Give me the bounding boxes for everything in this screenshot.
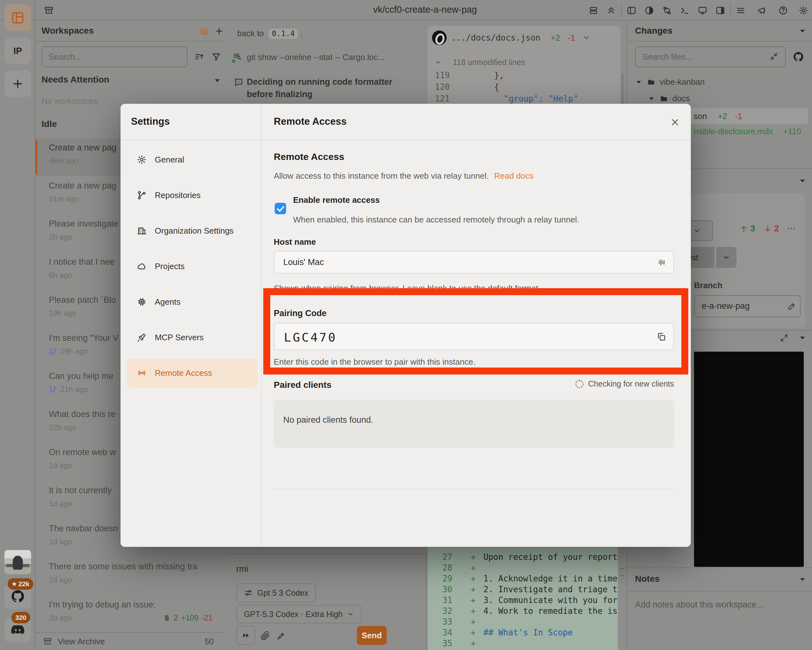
avatar[interactable] — [5, 550, 31, 574]
collapse-icon[interactable] — [769, 52, 779, 61]
needs-attention-header[interactable]: Needs Attention — [41, 75, 110, 85]
monitor-icon[interactable] — [698, 6, 707, 15]
settings-nav-mcp-servers[interactable]: MCP Servers — [127, 323, 257, 352]
file-search-input[interactable] — [635, 46, 786, 67]
expand-icon[interactable] — [780, 334, 788, 342]
view-archive-row[interactable]: View Archive 50 — [35, 633, 225, 650]
settings-nav-general[interactable]: General — [127, 145, 257, 174]
close-icon[interactable] — [670, 117, 680, 127]
workspace-search-input[interactable] — [41, 46, 188, 67]
profile-button[interactable]: IP — [5, 37, 31, 64]
pairing-code-field[interactable]: LGC470 — [274, 323, 674, 350]
copy-icon[interactable] — [656, 332, 666, 342]
no-workspaces-text: No workspaces — [41, 96, 98, 106]
chevron-down-icon[interactable] — [798, 334, 807, 342]
edit-pencil-icon[interactable] — [787, 302, 796, 311]
agent-chip[interactable]: Gpt 5 3 Codex — [236, 583, 316, 603]
diff-added-line: 28+ — [427, 563, 618, 574]
minimap-mark — [620, 575, 624, 576]
filter-icon[interactable] — [211, 52, 221, 62]
help-icon[interactable] — [778, 6, 788, 15]
enable-remote-access-checkbox[interactable] — [275, 203, 286, 214]
host-name-field[interactable] — [274, 251, 674, 274]
divider — [426, 554, 427, 650]
highlighter-icon[interactable] — [276, 631, 286, 641]
tree-row-mdx-file[interactable]: nsible-disclosure.mdx +110 — [694, 127, 801, 136]
arrow-up-icon — [740, 225, 748, 233]
chevron-down-icon[interactable] — [213, 76, 221, 85]
settings-nav-repositories[interactable]: Repositories — [127, 180, 257, 210]
changes-header[interactable]: Changes — [627, 21, 812, 41]
theme-contrast-icon[interactable] — [644, 6, 654, 15]
rows-layout-icon[interactable] — [589, 6, 598, 15]
settings-nav-projects[interactable]: Projects — [127, 252, 257, 281]
notes-placeholder[interactable]: Add notes about this workspace... — [635, 600, 763, 610]
settings-nav-agents[interactable]: Agents — [127, 287, 257, 317]
workspace-view-button[interactable] — [5, 5, 31, 31]
attach-icon[interactable] — [261, 631, 270, 641]
fast-forward-button[interactable] — [236, 626, 255, 645]
chevron-down-icon[interactable] — [582, 34, 591, 42]
more-actions-button[interactable]: … — [786, 220, 797, 231]
sort-icon[interactable] — [194, 52, 204, 62]
file-icon — [163, 614, 171, 622]
chevron-down-icon — [635, 78, 643, 86]
settings-nav-remote-access[interactable]: Remote Access — [127, 358, 257, 387]
panel-right-icon[interactable] — [716, 6, 725, 15]
workspace-item[interactable]: There are some issues with missing tra1d… — [35, 557, 225, 595]
terminal-icon[interactable] — [680, 6, 690, 15]
status-message: Deciding on running code formatter befor… — [247, 76, 409, 101]
git-compare-icon[interactable] — [662, 6, 672, 15]
preview-screen[interactable] — [694, 352, 804, 567]
tool-call-row[interactable] — [232, 52, 242, 61]
divider — [274, 489, 674, 489]
top-bar: vk/ccf0-create-a-new-pag — [0, 0, 812, 21]
send-button[interactable]: Send — [357, 626, 387, 645]
settings-nav-organization[interactable]: Organization Settings — [127, 216, 257, 245]
chat-input-text[interactable]: rmi — [236, 564, 248, 574]
status-dot — [232, 60, 235, 63]
pairing-code-value: LGC470 — [284, 330, 337, 344]
text-format-icon[interactable] — [657, 258, 666, 267]
chevron-down-icon — [347, 611, 354, 618]
archive-icon[interactable] — [44, 6, 53, 15]
scrollbar-thumb[interactable] — [622, 73, 623, 108]
star-icon — [11, 581, 17, 587]
layers-icon[interactable] — [200, 26, 209, 36]
host-name-label: Host name — [274, 237, 316, 247]
commits-ahead: 3 — [740, 224, 755, 234]
left-rail: IP 22k 320 — [0, 0, 35, 650]
tree-row-docs[interactable]: docs — [648, 93, 690, 104]
github-icon — [11, 589, 25, 604]
add-workspace-icon[interactable] — [214, 26, 224, 36]
toolbar-divider — [621, 5, 622, 17]
chevron-down-icon[interactable] — [798, 575, 807, 584]
collapse-all-icon[interactable] — [606, 6, 616, 15]
chevron-down-icon[interactable] — [798, 177, 807, 185]
menu-icon[interactable] — [736, 6, 745, 15]
chevron-down-icon — [693, 227, 701, 234]
branch-field[interactable]: e-a-new-pag — [694, 295, 801, 317]
diff-added-line: 32+4. Work to remediate the issue — [427, 606, 618, 617]
pr-dropdown-button[interactable] — [716, 247, 737, 268]
workspace-item[interactable]: I'm trying to debug an issue: 2d ago 2 +… — [35, 595, 225, 633]
add-workspace-rail-button[interactable] — [5, 70, 31, 97]
settings-gear-icon[interactable] — [799, 6, 808, 15]
announcements-icon[interactable] — [757, 6, 767, 15]
chevron-down-icon[interactable] — [435, 58, 442, 66]
diff-added-block: 27+Upon receipt of your report, we 28+ 2… — [427, 547, 618, 650]
folder-icon — [660, 95, 668, 103]
model-chip[interactable]: GPT-5.3 Codex · Extra High — [236, 605, 362, 623]
panel-left-icon[interactable] — [627, 6, 636, 15]
notes-title[interactable]: Notes — [635, 574, 660, 584]
host-name-input[interactable] — [283, 251, 648, 273]
workspaces-header: Workspaces — [35, 21, 225, 41]
tree-row-vibe-kanban[interactable]: vibe-kanban — [635, 77, 705, 87]
idle-header[interactable]: Idle — [41, 119, 57, 129]
read-docs-link[interactable]: Read docs — [494, 171, 534, 180]
diff-added-line: 30+2. Investigate and triage the i — [427, 584, 618, 595]
cloud-icon — [137, 262, 147, 271]
unmodified-lines-text[interactable]: 118 unmodified lines — [453, 58, 525, 67]
github-icon[interactable] — [793, 51, 804, 63]
diff-file-card: .../docs/docs.json +2 -1 118 unmodified … — [427, 26, 620, 109]
